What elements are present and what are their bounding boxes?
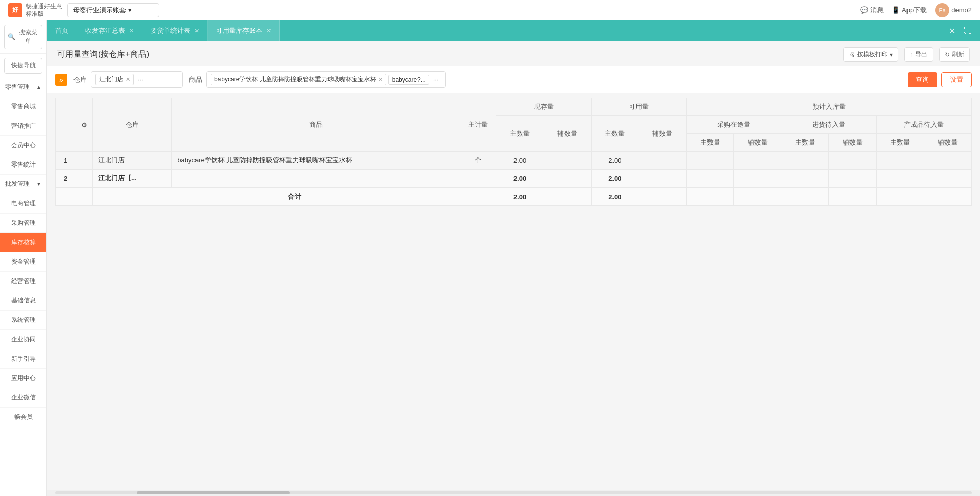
th-available-sub: 辅数量 [639,116,686,152]
product-label: 商品 [189,75,202,84]
tab-available-inventory[interactable]: 可用量库存账本 ✕ [208,20,280,41]
th-row-num [56,98,76,152]
product-tag2: babycare?... [388,75,429,85]
filter-toggle-button[interactable]: » [55,74,67,86]
close-tab-button[interactable]: ✕ [947,24,958,38]
page-actions: 🖨 按模板打印 ▾ ↑ 导出 ↻ 刷新 [843,47,970,62]
footer-current-main: 2.00 [496,187,544,206]
chevron-down-icon: ▾ [890,51,893,58]
sidebar-item-system-mgmt[interactable]: 系统管理 [0,311,46,330]
query-button[interactable]: 查询 [908,72,937,87]
more-button[interactable]: ··· [136,76,145,83]
scrollbar-thumb[interactable] [137,491,290,494]
cell-available-main: 2.00 [591,152,639,170]
sidebar-search-area: 🔍 搜索菜单 [0,20,46,54]
refresh-button[interactable]: ↻ 刷新 [939,47,970,62]
refresh-icon: ↻ [945,51,950,58]
warehouse-tag: 江北门店 ✕ [95,74,134,85]
product-filter-group: 商品 babycare学饮杯 儿童防摔防撞吸管杯重力球吸嘴杯宝宝水杯 ✕ bab… [189,71,446,88]
sidebar-item-enterprise-wechat[interactable]: 企业微信 [0,388,46,408]
logo-icon: 好 [8,3,22,17]
top-bar-left: 好 畅捷通好生意 标准版 母婴行业演示账套 ▾ [8,3,159,17]
sidebar-item-basic-info[interactable]: 基础信息 [0,291,46,311]
logo-area: 好 畅捷通好生意 标准版 [8,3,62,17]
table-wrapper: ⚙ 仓库 商品 主计量 现存量 可用量 预计入库量 主数量 辅数量 [47,98,980,490]
sidebar-item-vip-member[interactable]: 畅会员 [0,408,46,427]
th-production-group: 产成品待入量 [876,116,971,134]
export-button[interactable]: ↑ 导出 [904,47,933,62]
settings-button[interactable]: 设置 [941,72,972,87]
table-row-subtotal: 2 江北门店【... 2.00 2.00 [56,170,972,188]
app-download-button[interactable]: 📱 App下载 [892,6,927,15]
inventory-table: ⚙ 仓库 商品 主计量 现存量 可用量 预计入库量 主数量 辅数量 [55,98,972,206]
th-purchase-main: 主数量 [687,134,734,152]
scrollbar-track[interactable] [55,491,972,494]
th-available-group: 可用量 [591,98,686,116]
sidebar-item-purchase-mgmt[interactable]: 采购管理 [0,214,46,233]
tab-home[interactable]: 首页 [47,20,77,41]
sidebar-item-retail-store[interactable]: 零售商城 [0,97,46,116]
sidebar-item-new-guide[interactable]: 新手引导 [0,349,46,369]
th-incoming-group: 进货待入量 [781,116,876,134]
top-bar-right: 💬 消息 📱 App下载 Ea demo2 [860,3,972,17]
filter-actions: 查询 设置 [908,72,972,87]
sidebar-item-member-center[interactable]: 会员中心 [0,136,46,155]
th-main-unit: 主计量 [460,98,496,152]
tab-close-receipt[interactable]: ✕ [129,28,134,34]
product-more-button[interactable]: ··· [431,76,441,83]
sidebar: 🔍 搜索菜单 快捷导航 零售管理 ▲ 零售商城 营销推广 会员中心 零售统计 批… [0,20,47,496]
chevron-down-icon: ▾ [128,6,132,14]
cell-row-num: 1 [56,152,76,170]
product-tag1-close[interactable]: ✕ [378,76,383,83]
th-production-sub: 辅数量 [924,134,971,152]
quick-nav-button[interactable]: 快捷导航 [4,58,42,74]
chevron-icon: ▼ [36,181,41,187]
avatar: Ea [935,3,949,17]
th-production-main: 主数量 [876,134,924,152]
sidebar-item-retail-mgmt[interactable]: 零售管理 ▲ [0,78,46,97]
tab-order-stats[interactable]: 要货单统计表 ✕ [142,20,208,41]
settings-icon[interactable]: ⚙ [81,121,87,129]
th-forecast-group: 预计入库量 [687,98,972,116]
main-content: 首页 收发存汇总表 ✕ 要货单统计表 ✕ 可用量库存账本 ✕ ✕ ⛶ [47,20,980,496]
tab-controls: ✕ ⛶ [941,20,980,41]
org-selector[interactable]: 母婴行业演示账套 ▾ [67,3,159,17]
footer-label: 合计 [93,187,496,206]
tab-close-order-stats[interactable]: ✕ [194,28,199,34]
cell-unit: 个 [460,152,496,170]
footer-available-main: 2.00 [591,187,639,206]
sidebar-item-operations-mgmt[interactable]: 经营管理 [0,272,46,291]
print-template-button[interactable]: 🖨 按模板打印 ▾ [843,47,898,62]
th-available-main: 主数量 [591,116,639,152]
sidebar-item-wholesale-mgmt[interactable]: 批发管理 ▼ [0,175,46,194]
tab-receipt-summary[interactable]: 收发存汇总表 ✕ [77,20,142,41]
product-input[interactable]: babycare学饮杯 儿童防摔防撞吸管杯重力球吸嘴杯宝宝水杯 ✕ babyca… [206,71,446,88]
sidebar-item-inventory-check[interactable]: 库存核算 [0,233,46,252]
th-purchase-sub: 辅数量 [734,134,781,152]
th-product: 商品 [172,98,460,152]
tab-close-available-inventory[interactable]: ✕ [266,28,271,34]
warehouse-tag-close[interactable]: ✕ [126,76,130,83]
warehouse-input[interactable]: 江北门店 ✕ ··· [91,71,183,88]
search-menu-button[interactable]: 🔍 搜索菜单 [4,25,42,49]
sidebar-item-marketing[interactable]: 营销推广 [0,116,46,136]
sidebar-item-ecommerce-mgmt[interactable]: 电商管理 [0,194,46,214]
user-menu[interactable]: Ea demo2 [935,3,972,17]
maximize-button[interactable]: ⛶ [962,24,974,37]
warehouse-filter-group: 仓库 江北门店 ✕ ··· [74,71,183,88]
sidebar-item-enterprise-collab[interactable]: 企业协同 [0,330,46,349]
sidebar-item-retail-stats[interactable]: 零售统计 [0,155,46,175]
scrollbar-area [47,490,980,496]
cell-current-main: 2.00 [496,152,544,170]
cell-row-num2: 2 [56,170,76,188]
th-incoming-main: 主数量 [781,134,829,152]
message-button[interactable]: 💬 消息 [860,6,884,15]
sidebar-item-app-center[interactable]: 应用中心 [0,369,46,388]
page-title: 可用量查询(按仓库+商品) [57,49,149,60]
th-current-sub: 辅数量 [544,116,591,152]
sidebar-item-finance-mgmt[interactable]: 资金管理 [0,252,46,272]
th-incoming-sub: 辅数量 [829,134,876,152]
cell-product: babycare学饮杯 儿童防摔防撞吸管杯重力球吸嘴杯宝宝水杯 [172,152,460,170]
logo-text: 畅捷通好生意 标准版 [26,3,62,17]
tab-bar: 首页 收发存汇总表 ✕ 要货单统计表 ✕ 可用量库存账本 ✕ ✕ ⛶ [47,20,980,41]
